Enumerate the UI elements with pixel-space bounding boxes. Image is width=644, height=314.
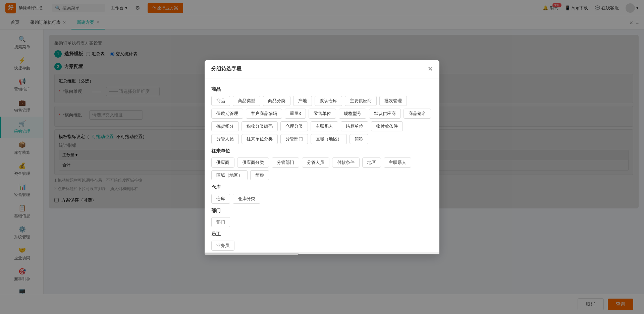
field-tag-dept-in-charge[interactable]: 分管部门 <box>280 134 308 144</box>
field-tag-main-contact[interactable]: 主联系人 <box>311 121 338 131</box>
field-tag-partner-category[interactable]: 往来单位分类 <box>241 134 278 144</box>
field-tag-region2[interactable]: 区域（地区） <box>211 170 248 180</box>
field-tag-contact[interactable]: 主联系人 <box>384 158 411 168</box>
field-tag-warehouse-cat[interactable]: 仓库分类 <box>233 194 260 204</box>
field-tag-customer-code[interactable]: 客户商品编码 <box>246 109 282 119</box>
field-tag-settlement-unit[interactable]: 结算单位 <box>341 121 368 131</box>
employee-fields: 业务员 <box>211 241 433 251</box>
field-tag-payment-cond[interactable]: 付款条件 <box>332 158 360 168</box>
section-label-warehouse: 仓库 <box>211 184 433 190</box>
field-tag-spec-model[interactable]: 规格型号 <box>339 109 366 119</box>
field-tag-abbr[interactable]: 简称 <box>250 170 269 180</box>
field-tag-goods-alias[interactable]: 商品别名 <box>404 109 431 119</box>
partner-fields: 供应商 供应商分类 分管部门 分管人员 付款条件 地区 主联系人 区域（地区） … <box>211 158 433 180</box>
field-tag-region[interactable]: 区域（地区） <box>311 134 347 144</box>
section-label-dept: 部门 <box>211 208 433 214</box>
field-tag-default-warehouse[interactable]: 默认仓库 <box>315 96 342 106</box>
field-tag-retail-unit[interactable]: 零售单位 <box>309 109 336 119</box>
field-tag-warehouse[interactable]: 仓库 <box>211 194 230 204</box>
field-tag-area[interactable]: 地区 <box>362 158 381 168</box>
field-tag-origin[interactable]: 产地 <box>293 96 312 106</box>
field-tag-main-supplier[interactable]: 主要供应商 <box>345 96 377 106</box>
modal-close-btn[interactable]: ✕ <box>428 65 433 73</box>
section-label-employee: 员工 <box>211 231 433 237</box>
goods-fields: 商品 商品类型 商品分类 产地 默认仓库 主要供应商 批次管理 保质期管理 客户… <box>211 96 433 144</box>
field-tag-partner-person[interactable]: 分管人员 <box>302 158 329 168</box>
field-tag-shelf-life[interactable]: 保质期管理 <box>211 109 243 119</box>
modal-overlay: 分组待选字段 ✕ 商品 商品 商品类型 商品分类 产地 默认仓库 主要供应商 批… <box>0 0 644 314</box>
hscroll-thumb <box>205 253 299 255</box>
field-tag-pick-points[interactable]: 拣货积分 <box>211 121 239 131</box>
field-tag-goods[interactable]: 商品 <box>211 96 230 106</box>
modal-hscroll[interactable] <box>205 252 439 254</box>
field-tag-weight3[interactable]: 重量3 <box>285 109 306 119</box>
modal-title: 分组待选字段 <box>211 66 241 72</box>
section-label-partner: 往来单位 <box>211 148 433 154</box>
field-tag-goods-category[interactable]: 商品分类 <box>263 96 290 106</box>
field-tag-goods-type[interactable]: 商品类型 <box>233 96 260 106</box>
section-label-goods: 商品 <box>211 86 433 92</box>
modal-header: 分组待选字段 ✕ <box>205 60 439 78</box>
field-tag-warehouse-category[interactable]: 仓库分类 <box>280 121 308 131</box>
field-tag-batch-mgmt[interactable]: 批次管理 <box>379 96 407 106</box>
field-tag-tax-code[interactable]: 税收分类编码 <box>241 121 278 131</box>
field-tag-dept[interactable]: 部门 <box>211 217 230 227</box>
field-tag-salesperson[interactable]: 业务员 <box>211 241 234 251</box>
field-tag-supervisor[interactable]: 分管人员 <box>211 134 239 144</box>
field-tag-supplier[interactable]: 供应商 <box>211 158 234 168</box>
warehouse-fields: 仓库 仓库分类 <box>211 194 433 204</box>
modal-body: 商品 商品 商品类型 商品分类 产地 默认仓库 主要供应商 批次管理 保质期管理… <box>205 78 439 252</box>
field-tag-short-name[interactable]: 简称 <box>350 134 368 144</box>
modal-dialog: 分组待选字段 ✕ 商品 商品 商品类型 商品分类 产地 默认仓库 主要供应商 批… <box>205 60 439 254</box>
field-tag-partner-dept[interactable]: 分管部门 <box>272 158 299 168</box>
field-tag-payment-terms[interactable]: 收付款条件 <box>371 121 403 131</box>
field-tag-supplier-category[interactable]: 供应商分类 <box>237 158 269 168</box>
field-tag-default-supplier[interactable]: 默认供应商 <box>369 109 401 119</box>
dept-fields: 部门 <box>211 217 433 227</box>
